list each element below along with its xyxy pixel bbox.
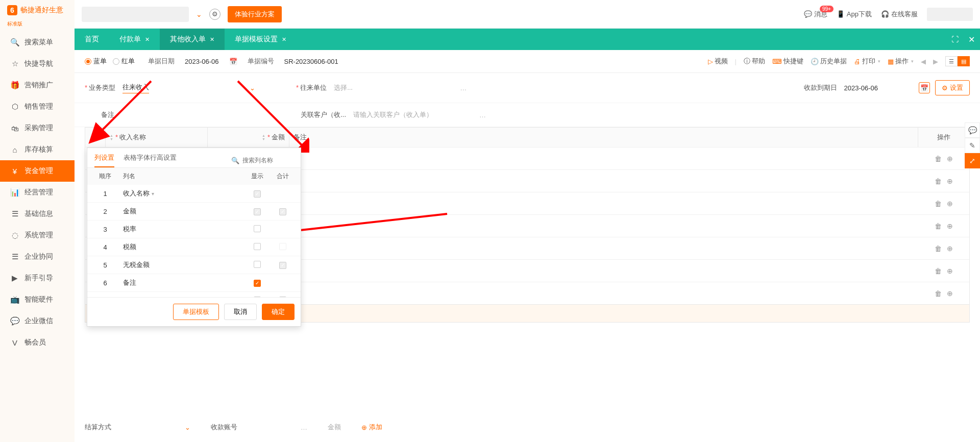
try-industry-button[interactable]: 体验行业方案 <box>228 6 282 22</box>
cancel-button[interactable]: 取消 <box>224 304 257 320</box>
popup-column-row[interactable]: 7 核销金额 <box>87 292 301 297</box>
sidebar-search-menu[interactable]: 🔍搜索菜单 <box>0 32 75 53</box>
popup-column-row[interactable]: 3 税率 <box>87 220 301 238</box>
delete-icon[interactable]: 🗑 <box>935 222 942 230</box>
show-checkbox[interactable]: ✓ <box>244 207 270 215</box>
sidebar-member[interactable]: V畅会员 <box>0 332 75 353</box>
more-icon[interactable]: … <box>301 424 307 431</box>
sidebar-purchase[interactable]: 🛍采购管理 <box>0 117 75 139</box>
template-button[interactable]: 单据模板 <box>173 304 219 320</box>
delete-icon[interactable]: 🗑 <box>935 177 942 185</box>
show-checkbox[interactable] <box>244 261 270 269</box>
popup-column-row[interactable]: 2 金额 ✓ ✓ <box>87 203 301 220</box>
popup-column-row[interactable]: 1 收入名称 ▾ ✓ <box>87 185 301 203</box>
delete-icon[interactable]: 🗑 <box>935 155 942 163</box>
more-icon[interactable]: … <box>460 84 467 92</box>
confirm-button[interactable]: 确定 <box>262 304 295 320</box>
popup-column-row[interactable]: 4 税额 <box>87 238 301 256</box>
calendar-icon[interactable]: 📅 <box>229 58 237 65</box>
more-icon[interactable]: … <box>479 111 486 119</box>
prev-icon[interactable]: ◀ <box>921 58 926 65</box>
tab-template[interactable]: 单据模板设置✕ <box>225 29 297 50</box>
radio-red[interactable]: 红单 <box>113 57 135 66</box>
radio-blue[interactable]: 蓝单 <box>85 57 107 66</box>
close-all-icon[interactable]: ✕ <box>968 35 975 44</box>
add-row-icon[interactable]: ⊕ <box>947 289 953 298</box>
settings-button[interactable]: ⚙设置 <box>935 80 970 95</box>
popup-column-row[interactable]: 6 备注 ✓ <box>87 274 301 292</box>
col-income-name[interactable]: ▲▼收入名称 <box>106 128 208 147</box>
sum-checkbox[interactable] <box>270 243 296 252</box>
show-checkbox[interactable] <box>244 297 270 298</box>
app-download-button[interactable]: 📱App下载 <box>837 10 872 19</box>
tab-home[interactable]: 首页 <box>75 29 109 50</box>
sidebar-inventory[interactable]: ⌂库存核算 <box>0 139 75 160</box>
print-button[interactable]: 🖨打印▾ <box>854 57 880 66</box>
show-checkbox[interactable] <box>244 225 270 234</box>
sidebar-quick-nav[interactable]: ☆快捷导航 <box>0 53 75 75</box>
add-settlement-button[interactable]: ⊕添加 <box>361 423 382 432</box>
add-row-icon[interactable]: ⊕ <box>947 244 953 253</box>
close-icon[interactable]: ✕ <box>145 36 150 43</box>
sort-icon[interactable]: ▲▼ <box>110 134 113 141</box>
add-row-icon[interactable]: ⊕ <box>947 200 953 208</box>
tab-other-income[interactable]: 其他收入单✕ <box>160 29 225 50</box>
sidebar-guide[interactable]: ▶新手引导 <box>0 267 75 289</box>
delete-icon[interactable]: 🗑 <box>935 289 942 298</box>
sidebar-hardware[interactable]: 📺智能硬件 <box>0 289 75 310</box>
add-row-icon[interactable]: ⊕ <box>947 267 953 275</box>
sidebar-finance[interactable]: ¥资金管理 <box>0 160 75 182</box>
partner-select[interactable]: 选择...… <box>334 83 467 92</box>
help-button[interactable]: ⓘ帮助 <box>744 57 765 66</box>
close-icon[interactable]: ✕ <box>282 36 286 43</box>
tab-payment[interactable]: 付款单✕ <box>109 29 160 50</box>
sidebar-sales[interactable]: ⬡销售管理 <box>0 96 75 117</box>
expand-icon[interactable]: ⛶ <box>951 35 959 43</box>
delete-icon[interactable]: 🗑 <box>935 200 942 208</box>
popup-column-row[interactable]: 5 无税金额 ✓ <box>87 256 301 274</box>
add-row-icon[interactable]: ⊕ <box>947 155 953 163</box>
messages-button[interactable]: 💬 消息 99+ <box>804 10 827 19</box>
rel-cust-input[interactable]: 请输入关联客户（收入单）… <box>353 110 486 119</box>
popup-tab-columns[interactable]: 列设置 <box>94 153 114 167</box>
sum-checkbox[interactable] <box>270 297 296 298</box>
delete-icon[interactable]: 🗑 <box>935 244 942 253</box>
view-detail[interactable]: ▤ <box>958 56 970 66</box>
sidebar-system[interactable]: ◌系统管理 <box>0 225 75 246</box>
next-icon[interactable]: ▶ <box>933 58 938 65</box>
date-value[interactable]: 2023-06-06 <box>185 58 219 65</box>
video-button[interactable]: ▷视频 <box>708 57 728 66</box>
org-selector[interactable] <box>82 7 189 22</box>
view-list[interactable]: ☰ <box>945 56 958 66</box>
popup-search-input[interactable] <box>242 157 293 164</box>
sum-checkbox[interactable]: ✓ <box>270 261 296 269</box>
biz-type-select[interactable]: 往来收入⌄ <box>122 83 255 93</box>
show-checkbox[interactable]: ✓ <box>244 189 270 198</box>
close-icon[interactable]: ✕ <box>210 36 214 43</box>
history-button[interactable]: 🕘历史单据 <box>811 57 847 66</box>
note-float-icon[interactable]: 💬 <box>965 122 980 138</box>
col-amount[interactable]: ▲▼金额 <box>208 128 289 147</box>
sidebar-marketing[interactable]: 🎁营销推广 <box>0 75 75 96</box>
popup-search[interactable]: 🔍 <box>231 153 293 167</box>
online-service-button[interactable]: 🎧在线客服 <box>881 10 918 19</box>
sidebar-basic[interactable]: ☰基础信息 <box>0 203 75 225</box>
chevron-down-icon[interactable]: ⌄ <box>196 10 202 18</box>
sort-icon[interactable]: ▲▼ <box>262 134 265 141</box>
expand-float-icon[interactable]: ⤢ <box>965 153 980 168</box>
add-row-icon[interactable]: ⊕ <box>947 177 953 185</box>
chevron-down-icon[interactable]: ⌄ <box>185 424 190 431</box>
gear-icon[interactable]: ⚙ <box>209 9 220 20</box>
ops-button[interactable]: ▦操作▾ <box>888 57 914 66</box>
add-row-icon[interactable]: ⊕ <box>947 222 953 230</box>
column-settings-button[interactable]: ⚙ <box>85 128 106 147</box>
sidebar-business[interactable]: 📊经营管理 <box>0 182 75 203</box>
edit-float-icon[interactable]: ✎ <box>965 138 980 153</box>
due-value[interactable]: 2023-06-06 <box>844 84 878 92</box>
user-menu[interactable] <box>927 8 973 21</box>
sum-checkbox[interactable]: ✓ <box>270 207 296 215</box>
show-checkbox[interactable] <box>244 243 270 252</box>
shortcut-button[interactable]: ⌨快捷键 <box>772 57 803 66</box>
sidebar-wechat[interactable]: 💬企业微信 <box>0 310 75 332</box>
sidebar-collab[interactable]: ☰企业协同 <box>0 246 75 267</box>
